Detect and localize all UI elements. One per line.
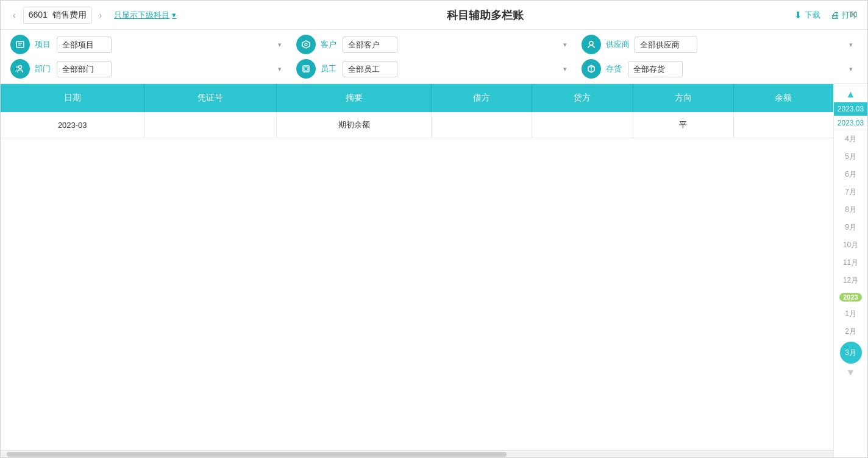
project-select-wrapper: 全部项目	[57, 37, 286, 53]
show-sub-button[interactable]: 只显示下级科目 ▾	[114, 10, 176, 21]
main-content: 日期 凭证号 摘要 借方 贷方 方向 余额 2023-03期初余额平	[1, 84, 867, 457]
table-empty-space	[1, 138, 833, 450]
supplier-label: 供应商	[606, 39, 630, 50]
timeline-month-9[interactable]: 9月	[834, 219, 867, 236]
svg-point-6	[16, 66, 18, 68]
timeline-month-5[interactable]: 5月	[834, 148, 867, 166]
filter-bar: 项目 全部项目 客户 全部客户	[1, 30, 867, 84]
timeline-month-4[interactable]: 4月	[834, 130, 867, 148]
year-badge: 2023	[839, 293, 861, 301]
employee-select-wrapper: 全部员工	[343, 61, 572, 77]
inventory-label: 存货	[606, 63, 623, 74]
timeline-year-2023[interactable]: 2023	[834, 289, 867, 305]
download-button[interactable]: ⬇ 下载	[794, 10, 820, 21]
timeline-month-1[interactable]: 1月	[834, 305, 867, 323]
svg-point-3	[305, 43, 307, 46]
timeline-month-6[interactable]: 6月	[834, 166, 867, 183]
timeline-up-button[interactable]: ▲	[844, 86, 858, 102]
col-debit: 借方	[431, 84, 532, 112]
inventory-icon	[582, 59, 601, 79]
data-table: 日期 凭证号 摘要 借方 贷方 方向 余额 2023-03期初余额平	[1, 84, 833, 138]
customer-label: 客户	[321, 39, 338, 50]
filter-item-project: 项目 全部项目	[10, 35, 286, 54]
timeline-month-7[interactable]: 7月	[834, 183, 867, 201]
col-balance: 余额	[733, 84, 833, 112]
svg-rect-0	[16, 41, 24, 48]
dept-select-wrapper: 全部部门	[57, 61, 286, 77]
show-sub-label: 只显示下级科目	[114, 10, 169, 21]
scrollbar-thumb[interactable]	[7, 452, 507, 457]
employee-label: 员工	[321, 63, 338, 74]
timeline-month-11[interactable]: 11月	[834, 254, 867, 272]
supplier-select-wrapper: 全部供应商	[635, 37, 858, 53]
table-area: 日期 凭证号 摘要 借方 贷方 方向 余额 2023-03期初余额平	[1, 84, 833, 457]
dept-select[interactable]: 全部部门	[57, 61, 112, 77]
dept-label: 部门	[35, 63, 52, 74]
timeline-panel: ▲ 2023.03 2023.03 4月 5月 6月 7月 8月 9月 10月 …	[833, 84, 867, 457]
inventory-select[interactable]: 全部存货	[628, 61, 683, 77]
download-icon: ⬇	[794, 10, 802, 21]
supplier-icon	[582, 35, 601, 54]
col-voucher: 凭证号	[144, 84, 277, 112]
dropdown-arrow-icon: ▾	[172, 10, 176, 19]
timeline-month-12[interactable]: 12月	[834, 272, 867, 289]
col-credit: 贷方	[532, 84, 633, 112]
employee-select[interactable]: 全部员工	[343, 61, 397, 77]
close-button[interactable]: ✕	[848, 8, 858, 21]
project-icon	[10, 35, 30, 54]
customer-select[interactable]: 全部客户	[343, 37, 397, 53]
timeline-header-item-2[interactable]: 2023.03	[834, 116, 867, 130]
timeline-header-item-1[interactable]: 2023.03	[834, 102, 867, 116]
download-label: 下载	[805, 10, 820, 21]
main-window: ✕ ‹ 6601 销售费用 › 只显示下级科目 ▾ 科目辅助多栏账 ⬇ 下载 🖨…	[0, 0, 868, 458]
account-code: 6601	[29, 10, 48, 19]
filter-item-customer: 客户 全部客户	[296, 35, 572, 54]
next-account-button[interactable]: ›	[97, 9, 105, 21]
page-title: 科目辅助多栏账	[181, 8, 789, 23]
print-icon: 🖨	[830, 10, 839, 20]
scrollbar-track	[1, 452, 833, 457]
account-display: 6601 销售费用	[23, 7, 92, 24]
timeline-month-10[interactable]: 10月	[834, 236, 867, 254]
filter-item-supplier: 供应商 全部供应商	[582, 35, 858, 54]
inventory-select-wrapper: 全部存货	[628, 61, 858, 77]
table-row[interactable]: 2023-03期初余额平	[1, 112, 833, 138]
account-name-label: 销售费用	[52, 10, 87, 19]
customer-icon	[296, 35, 316, 54]
svg-point-4	[589, 41, 593, 45]
customer-select-wrapper: 全部客户	[343, 37, 572, 53]
timeline-month-3-active[interactable]: 3月	[840, 342, 862, 364]
filter-item-dept: 部门 全部部门	[10, 59, 286, 79]
project-label: 项目	[35, 39, 52, 50]
supplier-select[interactable]: 全部供应商	[635, 37, 697, 53]
timeline-down-button[interactable]: ▼	[844, 365, 858, 381]
title-bar: ‹ 6601 销售费用 › 只显示下级科目 ▾ 科目辅助多栏账 ⬇ 下载 🖨 打…	[1, 1, 867, 30]
col-date: 日期	[1, 84, 144, 112]
svg-point-5	[19, 66, 22, 69]
timeline-month-2[interactable]: 2月	[834, 323, 867, 340]
col-direction: 方向	[633, 84, 733, 112]
horizontal-scrollbar[interactable]	[1, 450, 833, 457]
filter-item-employee: 员工 全部员工	[296, 59, 572, 79]
svg-rect-8	[304, 67, 308, 71]
filter-item-inventory: 存货 全部存货	[582, 59, 858, 79]
table-header-row: 日期 凭证号 摘要 借方 贷方 方向 余额	[1, 84, 833, 112]
prev-account-button[interactable]: ‹	[10, 9, 18, 21]
project-select[interactable]: 全部项目	[57, 37, 112, 53]
dept-icon	[10, 59, 30, 79]
employee-icon	[296, 59, 316, 79]
col-summary: 摘要	[277, 84, 432, 112]
timeline-month-8[interactable]: 8月	[834, 201, 867, 219]
